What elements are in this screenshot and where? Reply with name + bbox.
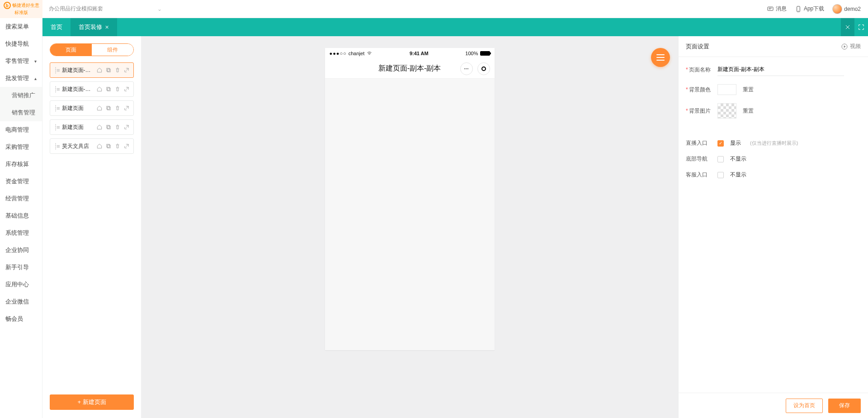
image-swatch[interactable]	[717, 103, 736, 119]
floating-menu-button[interactable]	[651, 48, 670, 67]
page-card[interactable]: ┊≡ 新建页面-副本...	[50, 62, 134, 78]
sidebar-item-collab[interactable]: 企业协同	[0, 242, 42, 259]
close-icon[interactable]: ✕	[105, 24, 109, 30]
sidebar-item-guide[interactable]: 新手引导	[0, 259, 42, 276]
tab-home[interactable]: 首页	[42, 18, 71, 36]
app-download-button[interactable]: App下载	[795, 5, 824, 13]
sidebar-sub-sales[interactable]: 销售管理	[0, 104, 42, 121]
page-card[interactable]: ┊≡ 昊天文具店	[50, 138, 134, 154]
share-icon[interactable]	[123, 105, 130, 111]
copy-icon[interactable]	[105, 86, 112, 92]
drag-icon[interactable]: ┊≡	[54, 86, 59, 93]
field-service-entry: 客服入口 不显示	[686, 171, 861, 179]
delete-icon[interactable]	[114, 105, 121, 111]
color-swatch[interactable]	[717, 84, 736, 95]
caret-up-icon: ▴	[34, 76, 37, 81]
sidebar-sub-marketing[interactable]: 营销推广	[0, 87, 42, 104]
page-card[interactable]: ┊≡ 新建页面	[50, 100, 134, 116]
delete-icon[interactable]	[114, 124, 121, 130]
share-icon[interactable]	[123, 143, 130, 149]
logo[interactable]: b 畅捷通好生意 标准版	[0, 0, 42, 18]
drag-icon[interactable]: ┊≡	[54, 124, 59, 131]
seg-page[interactable]: 页面	[50, 44, 92, 56]
reset-color[interactable]: 重置	[743, 86, 754, 94]
checkbox-service[interactable]	[717, 172, 724, 178]
set-home-button[interactable]: 设为首页	[786, 399, 823, 413]
sidebar-item-basic[interactable]: 基础信息	[0, 207, 42, 224]
avatar-icon	[832, 4, 842, 14]
phone-body[interactable]	[325, 79, 495, 350]
page-name-input[interactable]	[717, 63, 844, 76]
save-button[interactable]: 保存	[828, 399, 861, 413]
target-icon[interactable]	[477, 62, 490, 75]
add-page-label: + 新建页面	[77, 398, 106, 406]
sidebar-item-retail[interactable]: 零售管理▾	[0, 52, 42, 70]
page-title: 新建页面-副本-副本	[378, 64, 441, 73]
video-help-button[interactable]: 视频	[841, 43, 861, 50]
sidebar-item-ecommerce[interactable]: 电商管理	[0, 121, 42, 138]
svg-rect-11	[107, 144, 109, 147]
home-icon[interactable]	[96, 67, 103, 73]
sidebar-item-quicknav[interactable]: 快捷导航	[0, 35, 42, 52]
clock: 9:41 AM	[373, 51, 465, 56]
share-icon[interactable]	[123, 67, 130, 73]
delete-icon[interactable]	[114, 86, 121, 92]
delete-icon[interactable]	[114, 67, 121, 73]
home-icon[interactable]	[96, 143, 103, 149]
sidebar-item-member[interactable]: 畅会员	[0, 310, 42, 328]
drag-icon[interactable]: ┊≡	[54, 67, 59, 74]
tabs-bar: 首页 首页装修 ✕	[42, 18, 868, 36]
page-list: ┊≡ 新建页面-副本... ┊≡ 新建页面-副本	[50, 62, 134, 154]
copy-icon[interactable]	[105, 67, 112, 73]
logo-icon: b	[4, 2, 11, 9]
user-menu[interactable]: demo2	[832, 4, 861, 14]
copy-icon[interactable]	[105, 143, 112, 149]
delete-icon[interactable]	[114, 143, 121, 149]
copy-icon[interactable]	[105, 105, 112, 111]
svg-rect-3	[107, 68, 109, 71]
copy-icon[interactable]	[105, 124, 112, 130]
sidebar-item-inventory[interactable]: 库存核算	[0, 156, 42, 173]
sidebar-item-operation[interactable]: 经营管理	[0, 190, 42, 207]
drag-icon[interactable]: ┊≡	[54, 105, 59, 112]
sidebar-item-purchase[interactable]: 采购管理	[0, 138, 42, 156]
checkbox-bottom-nav[interactable]	[717, 156, 724, 162]
messages-label: 消息	[776, 5, 787, 13]
download-label: App下载	[804, 5, 824, 13]
messages-button[interactable]: 消息	[767, 5, 787, 13]
add-page-button[interactable]: + 新建页面	[50, 394, 134, 410]
sidebar-item-system[interactable]: 系统管理	[0, 224, 42, 242]
share-icon[interactable]	[123, 86, 130, 92]
account-select[interactable]: 办公用品行业模拟账套 ⌄	[49, 5, 162, 13]
home-icon[interactable]	[96, 124, 103, 130]
sidebar-item-appcenter[interactable]: 应用中心	[0, 276, 42, 293]
drag-icon[interactable]: ┊≡	[54, 143, 59, 150]
sidebar: 搜索菜单 快捷导航 零售管理▾ 批发管理▴ 营销推广 销售管理 电商管理 采购管…	[0, 18, 42, 418]
page-card[interactable]: ┊≡ 新建页面	[50, 119, 134, 135]
field-bg-color: *背景颜色 重置	[686, 84, 861, 95]
home-icon[interactable]	[96, 105, 103, 111]
field-bg-image: *背景图片 重置	[686, 103, 861, 119]
segmented-control: 页面 组件	[50, 43, 134, 56]
chevron-down-icon: ⌄	[157, 6, 162, 12]
share-icon[interactable]	[123, 124, 130, 130]
sidebar-item-funds[interactable]: 资金管理	[0, 173, 42, 190]
more-icon[interactable]: ···	[460, 62, 473, 75]
page-name: 新建页面-副本...	[62, 66, 94, 74]
sidebar-item-search[interactable]: 搜索菜单	[0, 18, 42, 35]
page-name: 昊天文具店	[62, 142, 94, 150]
seg-component[interactable]: 组件	[92, 44, 133, 56]
home-icon[interactable]	[96, 86, 103, 92]
signal-icon: ●●●○○	[330, 51, 347, 56]
reset-image[interactable]: 重置	[743, 107, 754, 115]
topbar: b 畅捷通好生意 标准版 办公用品行业模拟账套 ⌄ 消息 App下载 demo2	[0, 0, 868, 18]
tab-decorate[interactable]: 首页装修 ✕	[71, 18, 117, 36]
page-card[interactable]: ┊≡ 新建页面-副本	[50, 81, 134, 97]
battery-icon	[480, 51, 490, 56]
sidebar-item-wholesale[interactable]: 批发管理▴	[0, 70, 42, 87]
checkbox-live[interactable]: ✓	[717, 140, 724, 147]
sidebar-item-wecom[interactable]: 企业微信	[0, 293, 42, 310]
tabs-close-all[interactable]	[841, 18, 854, 36]
tabs-fullscreen[interactable]	[854, 18, 868, 36]
top-actions: 消息 App下载 demo2	[767, 4, 868, 14]
